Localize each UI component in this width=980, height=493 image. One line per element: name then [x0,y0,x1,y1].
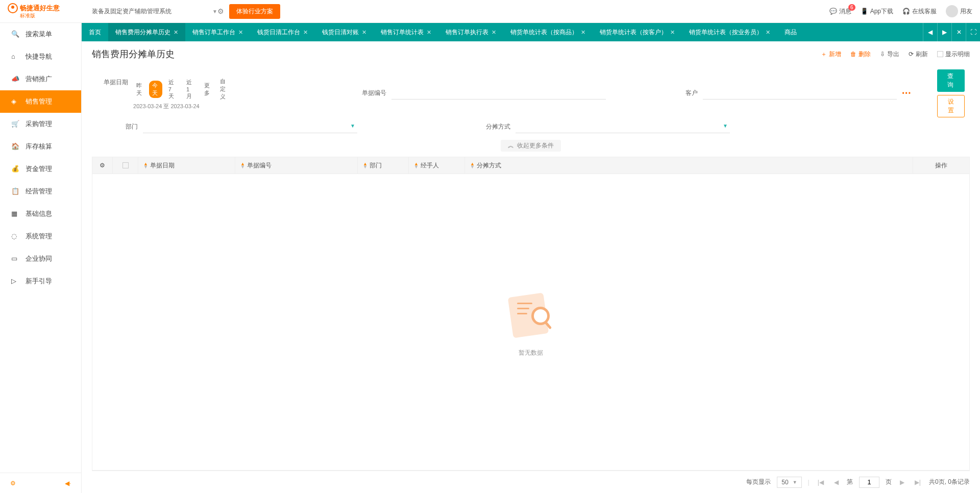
sidebar-item-operations[interactable]: 📋经营管理 [0,180,81,203]
date-more[interactable]: 更多 [201,81,214,98]
export-icon: ⇩ [880,51,885,58]
close-icon[interactable]: ✕ [766,29,770,36]
message-button[interactable]: 💬 消息 6 [829,7,851,16]
th-gear[interactable]: ⚙ [92,157,113,174]
filter-alloc: 分摊方式 ▼ [470,121,730,133]
th-checkbox[interactable] [113,157,138,174]
tab-label: 销售费用分摊单历史 [115,28,170,37]
per-page-select[interactable]: 50▼ [777,477,801,488]
system-selector[interactable]: 装备及固定资产辅助管理系统 ▼ [92,7,217,16]
customer-input[interactable] [703,87,897,100]
megaphone-icon: 📣 [11,75,19,83]
page-input[interactable] [859,477,879,488]
tab-sales-order-workbench[interactable]: 销售订单工作台✕ [185,23,250,41]
tab-close-all-icon[interactable]: ✕ [951,23,966,41]
plus-icon: ＋ [821,50,827,59]
th-label: 分摊方式 [477,161,501,170]
app-download-button[interactable]: 📱 App下载 [861,7,893,16]
page-next-icon[interactable]: ▶ [898,479,906,486]
tab-label: 首页 [89,28,101,37]
settings-button[interactable]: 设置 [937,95,965,117]
sales-icon: ◈ [11,97,19,106]
query-button[interactable]: 查询 [937,69,965,92]
close-icon[interactable]: ✕ [427,29,431,36]
fullscreen-icon[interactable]: ⛶ [966,23,980,41]
show-detail-toggle[interactable]: 显示明细 [937,50,970,59]
collapse-filters-button[interactable]: ︽收起更多条件 [97,137,965,157]
sidebar-item-funds[interactable]: 💰资金管理 [0,158,81,180]
th-handler[interactable]: ▲▼经手人 [409,157,465,174]
cta-button[interactable]: 体验行业方案 [229,4,280,19]
refresh-button[interactable]: ⟳刷新 [909,50,928,59]
th-docno[interactable]: ▲▼单据编号 [235,157,358,174]
sort-icon: ▲▼ [470,162,475,168]
page-first-icon[interactable]: |◀ [816,479,826,486]
filter-date: 单据日期 昨天 今天 近7天 近1月 更多 自定义 2023-03-24 至 2… [97,77,233,110]
pagination: 每页显示 50▼ | |◀ ◀ 第 页 ▶ ▶| 共0页, 0条记录 [92,471,970,493]
th-date[interactable]: ▲▼单据日期 [138,157,235,174]
tab-sales-order-stats[interactable]: 销售订单统计表✕ [374,23,438,41]
alloc-select[interactable] [516,121,730,133]
close-icon[interactable]: ✕ [581,29,585,36]
tab-sales-order-exec[interactable]: 销售订单执行表✕ [438,23,503,41]
settings-icon: ◌ [11,232,19,240]
close-icon[interactable]: ✕ [303,29,308,36]
tab-scroll-left-icon[interactable]: ◀ [923,23,937,41]
export-button[interactable]: ⇩导出 [880,50,899,59]
gear-icon[interactable]: ⚙ [217,7,224,15]
sidebar-item-marketing[interactable]: 📣营销推广 [0,68,81,90]
date-7days[interactable]: 近7天 [165,78,180,101]
tab-label: 销货单统计表（按客户） [600,28,667,37]
action-label: 导出 [887,50,899,59]
sidebar-item-sales[interactable]: ◈销售管理 [0,90,81,113]
sidebar-item-label: 采购管理 [26,119,52,129]
sidebar-item-search[interactable]: 🔍搜索菜单 [0,23,81,45]
close-icon[interactable]: ✕ [362,29,366,36]
sidebar-item-basic[interactable]: ▦基础信息 [0,203,81,225]
sidebar-item-quicknav[interactable]: ⌂快捷导航 [0,45,81,68]
collapse-sidebar-icon[interactable]: ◀· [65,480,71,487]
date-custom[interactable]: 自定义 [217,77,233,102]
th-alloc[interactable]: ▲▼分摊方式 [465,157,913,174]
tab-sales-stats-customer[interactable]: 销货单统计表（按客户）✕ [593,23,682,41]
customer-lookup-icon[interactable]: ••• [902,90,912,97]
add-button[interactable]: ＋新增 [821,50,841,59]
chevron-up-icon: ︽ [508,141,514,150]
close-icon[interactable]: ✕ [670,29,675,36]
tab-daily-workbench[interactable]: 钱货日清工作台✕ [250,23,315,41]
tab-scroll-right-icon[interactable]: ▶ [937,23,951,41]
date-1month[interactable]: 近1月 [183,78,198,101]
sidebar-item-inventory[interactable]: 🏠库存核算 [0,135,81,158]
dept-select[interactable] [143,121,357,133]
tab-sales-expense-history[interactable]: 销售费用分摊单历史✕ [108,23,185,41]
gear-icon[interactable]: ⚙ [10,480,16,487]
sidebar-item-label: 新手引导 [26,277,52,286]
th-dept[interactable]: ▲▼部门 [358,157,409,174]
sidebar-item-system[interactable]: ◌系统管理 [0,225,81,248]
close-icon[interactable]: ✕ [174,29,178,36]
tab-daily-reconcile[interactable]: 钱货日清对账✕ [315,23,374,41]
docno-input[interactable] [391,87,606,100]
report-icon: 📋 [11,187,19,195]
support-button[interactable]: 🎧 在线客服 [902,7,937,16]
page-header: 销售费用分摊单历史 ＋新增 🗑删除 ⇩导出 ⟳刷新 显示明细 [82,41,980,67]
cart-icon: 🛒 [11,120,19,128]
tab-home[interactable]: 首页 [82,23,108,41]
date-today[interactable]: 今天 [149,81,162,98]
user-menu[interactable]: 用友 [946,5,972,17]
close-icon[interactable]: ✕ [492,29,496,36]
tab-product[interactable]: 商品 [777,23,804,41]
close-icon[interactable]: ✕ [238,29,243,36]
sidebar-item-enterprise[interactable]: ▭企业协同 [0,248,81,270]
tab-sales-stats-rep[interactable]: 销货单统计表（按业务员）✕ [682,23,777,41]
sidebar-item-label: 快捷导航 [26,52,52,61]
tab-sales-stats-product[interactable]: 销货单统计表（按商品）✕ [503,23,593,41]
date-yesterday[interactable]: 昨天 [133,81,146,98]
sidebar-item-guide[interactable]: ▷新手引导 [0,270,81,292]
page-prev-icon[interactable]: ◀ [832,479,841,486]
page-last-icon[interactable]: ▶| [913,479,923,486]
filter-label: 客户 [657,87,703,97]
delete-button[interactable]: 🗑删除 [850,50,871,59]
date-quick-buttons: 昨天 今天 近7天 近1月 更多 自定义 [133,77,233,102]
sidebar-item-purchase[interactable]: 🛒采购管理 [0,113,81,135]
